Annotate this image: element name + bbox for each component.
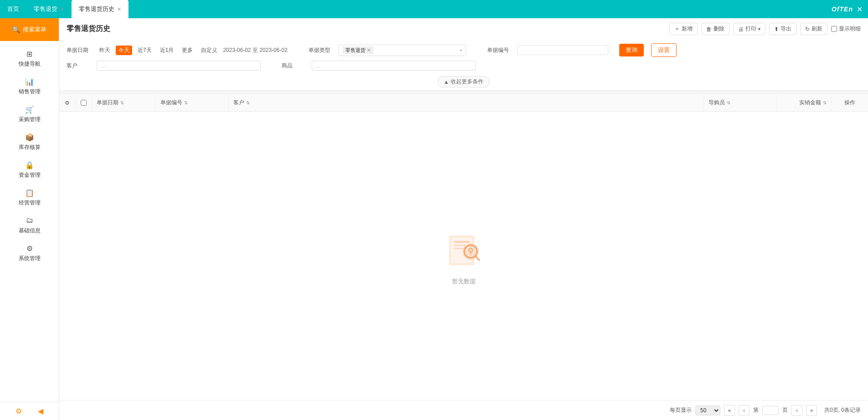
table-body: 暂无数据: [59, 112, 868, 400]
inventory-icon: 📦: [25, 133, 34, 142]
tab-retail-return-history[interactable]: 零售退货历史 ✕: [72, 0, 128, 18]
bill-type-tag-label: 零售退货: [345, 47, 365, 54]
add-button[interactable]: ＋ 新增: [669, 23, 698, 35]
next-page-button[interactable]: ›: [791, 405, 802, 416]
page-header: 零售退货历史 ＋ 新增 🗑 删除 🖨 打印 ▾: [59, 18, 868, 91]
th-settings[interactable]: ⚙: [59, 94, 76, 111]
th-guide[interactable]: 导购员 ⇅: [704, 94, 777, 111]
nav-item-label: 快捷导航: [19, 60, 41, 68]
date-btn-today[interactable]: 今天: [116, 46, 132, 55]
sidebar-search-label: 搜索菜单: [23, 26, 46, 34]
print-button[interactable]: 🖨 打印 ▾: [733, 23, 765, 35]
sidebar-item-system[interactable]: ⚙ 系统管理: [0, 239, 59, 267]
print-label: 打印: [745, 25, 756, 33]
collapse-button[interactable]: ▲ 收起更多条件: [438, 76, 490, 87]
select-all-checkbox[interactable]: [81, 100, 87, 106]
empty-illustration: [441, 226, 487, 272]
nav-item-label: 系统管理: [19, 255, 41, 262]
export-button[interactable]: ⬆ 导出: [769, 23, 796, 35]
nav-item-label: 经营管理: [19, 199, 41, 207]
collapse-bar: ▲ 收起更多条件: [67, 74, 861, 90]
finance-icon: 🔒: [25, 160, 34, 169]
th-customer-label: 客户: [233, 99, 244, 107]
content-area: 零售退货历史 ＋ 新增 🗑 删除 🖨 打印 ▾: [59, 18, 868, 420]
tab-list: 首页 零售退货 ✕ 零售退货历史 ✕: [0, 0, 832, 18]
nav-item-label: 资金管理: [19, 171, 41, 179]
prev-page-button[interactable]: ‹: [739, 405, 750, 416]
sidebar-item-finance[interactable]: 🔒 资金管理: [0, 156, 59, 184]
sidebar-item-inventory[interactable]: 📦 库存核算: [0, 128, 59, 156]
system-icon: ⚙: [25, 244, 34, 253]
sidebar-item-purchase[interactable]: 🛒 采购管理: [0, 100, 59, 128]
goods-label: 商品: [282, 62, 304, 70]
home-icon: ⊞: [25, 49, 34, 58]
date-btn-1month[interactable]: 近1月: [157, 46, 177, 55]
close-icon[interactable]: ✕: [60, 6, 64, 12]
date-filter-group: 昨天 今天 近7天 近1月 更多 自定义 2023-06-02 至 2023-0…: [97, 46, 288, 55]
operations-icon: 📋: [25, 188, 34, 197]
filter-row-1: 单据日期 昨天 今天 近7天 近1月 更多 自定义 2023-06-02 至 2…: [67, 43, 861, 57]
th-date-label: 单据日期: [97, 99, 118, 107]
purchase-icon: 🛒: [25, 105, 34, 114]
tab-home[interactable]: 首页: [0, 0, 26, 18]
header-actions: ＋ 新增 🗑 删除 🖨 打印 ▾ ⬆ 导出: [669, 23, 861, 35]
show-detail-checkbox[interactable]: 显示明细: [831, 25, 861, 33]
main-layout: 🔍 搜索菜单 ⊞ 快捷导航 📊 销售管理 🛒 采购管理 📦 库存核算 🔒: [0, 18, 868, 420]
show-detail-check[interactable]: [831, 26, 837, 32]
bill-type-label: 单据类型: [308, 46, 331, 54]
setting-button[interactable]: 设置: [651, 43, 677, 57]
date-btn-custom[interactable]: 自定义: [198, 46, 220, 55]
page-number-input[interactable]: 1: [762, 406, 779, 415]
empty-state: 暂无数据: [441, 226, 487, 286]
top-bar: 首页 零售退货 ✕ 零售退货历史 ✕ OfTEn ✕: [0, 0, 868, 18]
chevron-down-icon: ▾: [460, 48, 462, 53]
tab-home-label: 首页: [7, 5, 19, 13]
date-range-display: 2023-06-02 至 2023-06-02: [223, 46, 287, 54]
last-page-button[interactable]: »: [806, 405, 817, 416]
sidebar-item-operations[interactable]: 📋 经营管理: [0, 184, 59, 211]
collapse-sidebar-icon[interactable]: ◀: [38, 407, 43, 415]
bill-type-select[interactable]: 零售退货 ✕ ▾: [339, 45, 466, 56]
refresh-button[interactable]: ↻ 刷新: [800, 23, 827, 35]
collapse-label: 收起更多条件: [451, 78, 483, 86]
bill-type-tag: 零售退货 ✕: [343, 46, 374, 54]
th-amount-label: 实销金额: [799, 99, 821, 107]
nav-item-label: 采购管理: [19, 116, 41, 123]
date-btn-yesterday[interactable]: 昨天: [97, 46, 113, 55]
add-label: 新增: [682, 25, 693, 33]
delete-button[interactable]: 🗑 删除: [701, 23, 729, 35]
first-page-button[interactable]: «: [724, 405, 735, 416]
settings-bottom-icon[interactable]: ⚙: [15, 407, 22, 415]
query-button[interactable]: 查询: [619, 44, 644, 56]
sidebar-item-basic-info[interactable]: 🗂 基础信息: [0, 211, 59, 239]
window-close-button[interactable]: ✕: [857, 5, 863, 14]
tab-retail-return-history-label: 零售退货历史: [79, 5, 114, 13]
refresh-label: 刷新: [812, 25, 822, 33]
customer-input[interactable]: ...: [97, 61, 261, 71]
bill-no-input[interactable]: [517, 45, 608, 55]
table-container: ⚙ 单据日期 ⇅ 单据编号 ⇅ 客户 ⇅ 导购员: [59, 94, 868, 420]
table-header: ⚙ 单据日期 ⇅ 单据编号 ⇅ 客户 ⇅ 导购员: [59, 94, 868, 112]
page-end-label: 页: [782, 406, 788, 414]
date-filter-label: 单据日期: [67, 46, 89, 54]
print-icon: 🖨: [738, 26, 744, 32]
sidebar-search[interactable]: 🔍 搜索菜单: [0, 18, 59, 41]
th-customer[interactable]: 客户 ⇅: [229, 94, 704, 111]
th-date[interactable]: 单据日期 ⇅: [92, 94, 156, 111]
bill-no-label: 单据编号: [487, 46, 510, 54]
th-bill-no-label: 单据编号: [160, 99, 182, 107]
date-btn-7days[interactable]: 近7天: [135, 46, 154, 55]
date-btn-more[interactable]: 更多: [179, 46, 195, 55]
goods-input[interactable]: ...: [312, 61, 476, 71]
per-page-select[interactable]: 20 50 100: [695, 405, 720, 415]
bill-type-tag-remove[interactable]: ✕: [367, 47, 371, 53]
th-checkbox[interactable]: [76, 94, 92, 111]
close-icon[interactable]: ✕: [117, 6, 121, 12]
empty-text: 暂无数据: [452, 277, 476, 286]
th-amount[interactable]: 实销金额 ⇅: [777, 94, 832, 111]
sidebar-item-sales[interactable]: 📊 销售管理: [0, 72, 59, 100]
sidebar-item-quick-nav[interactable]: ⊞ 快捷导航: [0, 45, 59, 72]
th-bill-no[interactable]: 单据编号 ⇅: [156, 94, 229, 111]
tab-retail-return[interactable]: 零售退货 ✕: [26, 0, 72, 18]
sort-icon: ⇅: [184, 100, 188, 105]
